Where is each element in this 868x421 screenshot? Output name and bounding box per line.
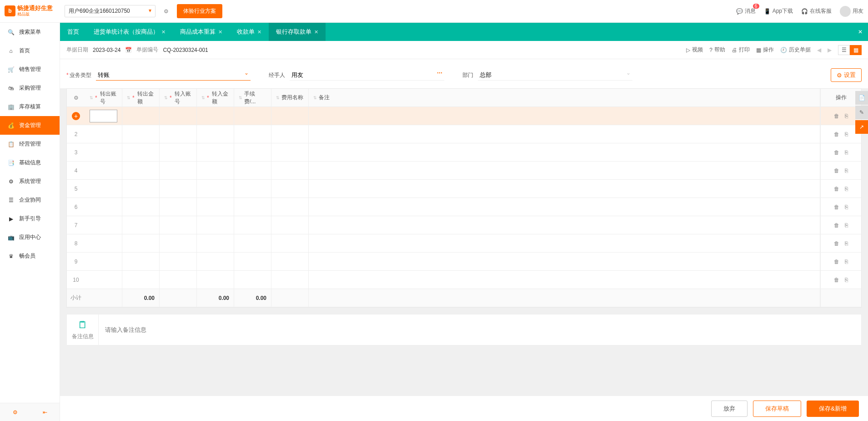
rownum-4[interactable]: 4 — [67, 162, 85, 180]
table-cell[interactable] — [309, 107, 820, 125]
delete-row-icon[interactable]: 🗑 — [834, 259, 839, 265]
remark-input[interactable] — [99, 314, 861, 345]
table-cell[interactable] — [271, 180, 309, 198]
float-item-1[interactable]: 📄 — [855, 91, 868, 105]
column-header-6[interactable]: ⇅备注 — [309, 89, 820, 107]
settings-button[interactable]: ⚙设置 — [831, 68, 862, 82]
table-row[interactable] — [85, 216, 820, 234]
rownum-7[interactable]: 7 — [67, 216, 85, 234]
table-cell[interactable] — [271, 253, 309, 270]
table-cell[interactable] — [309, 253, 820, 270]
table-cell[interactable] — [234, 162, 271, 179]
table-row[interactable] — [85, 162, 820, 180]
table-cell[interactable] — [271, 107, 309, 125]
table-cell[interactable] — [197, 234, 234, 252]
sidebar-settings-icon[interactable]: ⚙ — [13, 409, 18, 416]
next-doc-icon[interactable]: ▶ — [828, 47, 832, 53]
rownum-3[interactable]: 3 — [67, 143, 85, 162]
app-download-link[interactable]: 📱 App下载 — [764, 7, 793, 15]
copy-row-icon[interactable]: ⎘ — [845, 167, 848, 174]
rownum-1[interactable]: + — [67, 107, 85, 125]
copy-row-icon[interactable]: ⎘ — [845, 222, 848, 228]
table-cell[interactable] — [122, 125, 160, 143]
table-cell[interactable] — [309, 125, 820, 143]
column-header-5[interactable]: ⇅费用名称 — [271, 89, 309, 107]
table-cell[interactable] — [197, 107, 234, 125]
messages-link[interactable]: 💬 消息 6 — [736, 7, 756, 15]
table-row[interactable] — [85, 253, 820, 271]
delete-row-icon[interactable]: 🗑 — [834, 186, 839, 192]
table-cell[interactable] — [122, 216, 160, 234]
table-cell[interactable] — [160, 198, 197, 216]
cancel-button[interactable]: 放弃 — [711, 401, 748, 417]
table-cell[interactable] — [234, 143, 271, 161]
table-cell[interactable] — [234, 107, 271, 125]
sidebar-item-9[interactable]: ☰企业协同 — [0, 191, 60, 209]
table-cell[interactable] — [85, 107, 122, 125]
sidebar-item-7[interactable]: 📑基础信息 — [0, 153, 60, 172]
experience-button[interactable]: 体验行业方案 — [177, 4, 222, 18]
calendar-icon[interactable]: 📅 — [125, 47, 132, 53]
table-cell[interactable] — [309, 198, 820, 216]
biztype-input[interactable] — [96, 70, 251, 81]
table-cell[interactable] — [234, 234, 271, 252]
column-header-4[interactable]: ⇅手续费/... — [234, 89, 271, 107]
delete-row-icon[interactable]: 🗑 — [834, 167, 839, 174]
copy-row-icon[interactable]: ⎘ — [845, 277, 848, 283]
table-row[interactable] — [85, 198, 820, 216]
table-cell[interactable] — [85, 162, 122, 179]
table-cell[interactable] — [122, 234, 160, 252]
table-cell[interactable] — [234, 271, 271, 289]
tab-1[interactable]: 进货单统计表（按商品）✕ — [86, 23, 173, 41]
column-header-0[interactable]: ⇅*转出账号 — [85, 89, 122, 107]
table-cell[interactable] — [85, 143, 122, 161]
online-service-link[interactable]: 🎧 在线客服 — [801, 7, 832, 15]
save-draft-button[interactable]: 保存草稿 — [753, 401, 801, 417]
table-cell[interactable] — [197, 125, 234, 143]
table-row[interactable] — [85, 234, 820, 253]
table-row[interactable] — [85, 271, 820, 289]
table-cell[interactable] — [197, 162, 234, 179]
delete-row-icon[interactable]: 🗑 — [834, 222, 839, 228]
table-cell[interactable] — [234, 253, 271, 270]
tab-0[interactable]: 首页 — [60, 23, 86, 41]
delete-row-icon[interactable]: 🗑 — [834, 240, 839, 247]
history-action[interactable]: 🕘历史单据 — [780, 46, 811, 54]
add-row-button[interactable]: + — [72, 112, 80, 120]
table-cell[interactable] — [85, 253, 122, 270]
delete-row-icon[interactable]: 🗑 — [834, 131, 839, 137]
float-item-2[interactable]: ✎ — [855, 106, 868, 119]
table-cell[interactable] — [271, 271, 309, 289]
close-icon[interactable]: ✕ — [218, 29, 222, 35]
sidebar-item-11[interactable]: 📺应用中心 — [0, 228, 60, 247]
sidebar-item-12[interactable]: ♛畅会员 — [0, 247, 60, 265]
table-cell[interactable] — [197, 198, 234, 216]
sidebar-item-5[interactable]: 💰资金管理 — [0, 116, 60, 135]
tab-3[interactable]: 收款单✕ — [230, 23, 269, 41]
table-cell[interactable] — [309, 143, 820, 161]
close-all-tabs[interactable]: ✕ — [853, 23, 868, 41]
copy-row-icon[interactable]: ⎘ — [845, 240, 848, 247]
operate-action[interactable]: ▦操作 — [756, 46, 774, 54]
rownum-9[interactable]: 9 — [67, 253, 85, 271]
rownum-header[interactable]: ⚙ — [67, 89, 85, 107]
table-row[interactable] — [85, 125, 820, 143]
prev-doc-icon[interactable]: ◀ — [817, 47, 821, 53]
table-row[interactable] — [85, 143, 820, 162]
active-cell-input[interactable] — [90, 110, 117, 122]
table-cell[interactable] — [160, 234, 197, 252]
table-cell[interactable] — [271, 143, 309, 161]
rownum-2[interactable]: 2 — [67, 125, 85, 143]
tab-4[interactable]: 银行存取款单✕ — [269, 23, 326, 41]
sidebar-item-10[interactable]: ▶新手引导 — [0, 209, 60, 228]
table-cell[interactable] — [85, 180, 122, 198]
table-cell[interactable] — [122, 271, 160, 289]
sidebar-item-6[interactable]: 📋经营管理 — [0, 135, 60, 153]
float-item-3[interactable]: ↗ — [855, 120, 868, 134]
table-cell[interactable] — [160, 216, 197, 234]
column-header-2[interactable]: ⇅*转入账号 — [160, 89, 197, 107]
sidebar-item-2[interactable]: 🛒销售管理 — [0, 60, 60, 79]
table-cell[interactable] — [122, 162, 160, 179]
table-cell[interactable] — [122, 143, 160, 161]
rownum-6[interactable]: 6 — [67, 198, 85, 216]
